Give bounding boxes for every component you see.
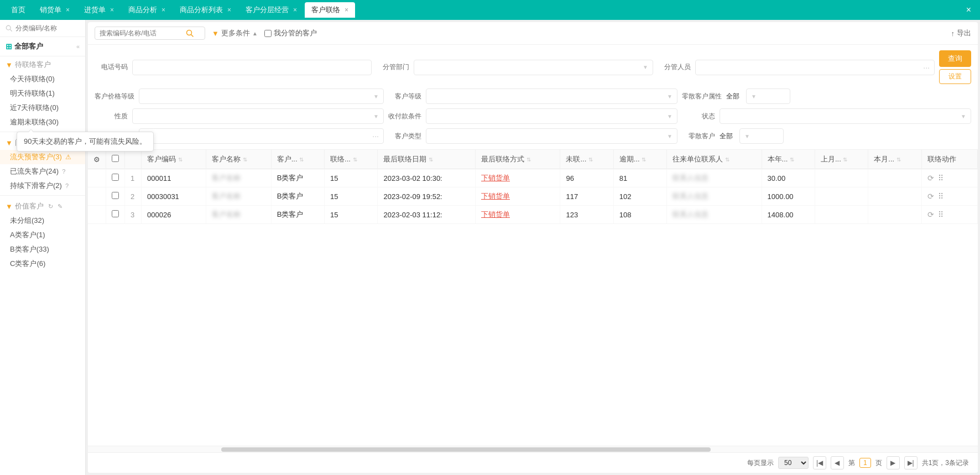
row-link-icon[interactable]: ⟳ [927,210,934,219]
column-contact[interactable]: 联络... ⇅ [325,150,378,169]
tab-customer-tier[interactable]: 客户分层经营 × [239,2,304,18]
export-button[interactable]: ↑ 导出 [951,28,972,38]
tab-analysis-close[interactable]: × [161,6,165,14]
value-edit-icon[interactable]: ✎ [58,203,62,210]
row-last-date: 2023-02-03 11:12: [378,206,476,224]
column-last-contact-method[interactable]: 最后联络方式 ⇅ [475,150,560,169]
row-unit-contact: 联系人信息 [667,169,762,187]
manager-dots[interactable]: ··· [923,63,930,72]
tab-customer-tier-close[interactable]: × [293,6,297,14]
column-this-year-label: 本年... [768,155,788,163]
retail-attr-select[interactable]: ▼ [746,88,790,104]
row-more-icon[interactable]: ⠿ [938,210,943,219]
column-type-label: 客户... [277,155,298,163]
sidebar-item-week[interactable]: 近7天待联络(0) [0,101,85,115]
last-page-btn[interactable]: ▶| [904,456,918,469]
row-code: 000026 [142,206,206,224]
tab-sales-close[interactable]: × [66,6,70,14]
column-name[interactable]: 客户名称 ⇅ [206,150,271,169]
row-unit-contact: 联系人信息 [667,187,762,206]
status-select[interactable]: ▼ [720,108,971,124]
filter-search-input[interactable] [100,29,183,37]
row-checkbox[interactable] [112,192,119,199]
row-more-icon[interactable]: ⠿ [938,192,943,201]
first-page-btn[interactable]: |◀ [813,456,826,469]
sidebar-item-today[interactable]: 今天待联络(0) [0,72,85,86]
tab-purchase[interactable]: 进货单 × [77,2,121,18]
sidebar-section-pending: ▼ 待联络客户 [0,56,85,72]
sidebar-item-unclassified[interactable]: 未分组(32) [0,213,85,228]
sidebar-item-tomorrow[interactable]: 明天待联络(1) [0,86,85,101]
per-page-select[interactable]: 50 100 200 [778,457,809,469]
region-select[interactable]: ··· [139,128,384,144]
tab-purchase-close[interactable]: × [110,6,114,14]
filter-search-icon[interactable] [186,29,194,37]
dept-select[interactable]: ▼ [414,60,653,75]
row-link-icon[interactable]: ⟳ [927,174,934,182]
horizontal-scrollbar[interactable] [88,446,978,452]
column-action: 联络动作 [921,150,977,169]
my-customers-checkbox[interactable] [264,30,272,37]
churned-question-icon: ? [62,168,65,175]
last-method-link[interactable]: 下销货单 [481,192,510,200]
tab-analysis[interactable]: 商品分析 × [122,2,172,18]
row-more-icon[interactable]: ⠿ [938,174,943,182]
column-overdue[interactable]: 逾期... ⇅ [613,150,666,169]
column-last-month-label: 上月... [821,155,841,163]
more-conditions-btn[interactable]: ▼ 更多条件 ▲ [212,28,258,38]
sidebar-item-class-b[interactable]: B类客户(33) [0,242,85,257]
column-unit-contact[interactable]: 往来单位联系人 ⇅ [667,150,762,169]
column-last-contact-date[interactable]: 最后联络日期 ⇅ [378,150,476,169]
tab-analysis-list-close[interactable]: × [227,6,231,14]
tab-home-label: 首页 [11,5,25,15]
row-link-icon[interactable]: ⟳ [927,192,934,201]
gear-icon[interactable]: ⚙ [93,155,100,164]
sidebar-item-declining[interactable]: 持续下滑客户(2) ? [0,179,85,193]
export-icon: ↑ [951,29,955,38]
prev-page-btn[interactable]: ◀ [831,456,844,469]
sidebar-item-churned[interactable]: 已流失客户(24) ? [0,164,85,179]
tab-analysis-list[interactable]: 商品分析列表 × [173,2,238,18]
column-type[interactable]: 客户... ⇅ [271,150,324,169]
sidebar-item-class-a[interactable]: A类客户(1) [0,228,85,242]
retail-customer-value: 全部 [720,132,733,141]
sidebar-item-overdue[interactable]: 逾期未联络(30) [0,115,85,129]
retail-customer-select[interactable]: ▼ [739,128,784,144]
tab-customer-link-close[interactable]: × [345,6,348,14]
sidebar-item-class-c[interactable]: C类客户(6) [0,257,85,271]
tab-customer-link[interactable]: 客户联络 × [305,2,355,18]
row-checkbox[interactable] [112,210,119,217]
manager-select[interactable]: ··· [695,60,935,75]
row-actions: ⟳ ⠿ [921,169,977,187]
gender-select[interactable]: ▼ [132,108,384,124]
query-button[interactable]: 查询 [939,50,971,67]
column-gear[interactable]: ⚙ [88,150,106,169]
last-method-link[interactable]: 下销货单 [481,210,510,218]
tab-home[interactable]: 首页 [4,2,32,18]
phone-input[interactable] [132,60,372,75]
next-page-btn[interactable]: ▶ [887,456,900,469]
column-uncontacted[interactable]: 未联... ⇅ [560,150,613,169]
tab-sales[interactable]: 销货单 × [33,2,76,18]
sidebar-search-input[interactable] [15,24,80,32]
column-last-month[interactable]: 上月... ⇅ [815,150,868,169]
settings-button[interactable]: 设置 [939,69,971,84]
sidebar-item-churn-risk[interactable]: 流失预警客户(3) ⚠ [0,150,85,164]
last-method-link[interactable]: 下销货单 [481,174,510,182]
payment-select[interactable]: ▼ [426,108,677,124]
phone-field: 电话号码 [95,60,372,75]
column-this-month[interactable]: 本月... ⇅ [868,150,921,169]
region-dots[interactable]: ··· [372,132,379,140]
column-code[interactable]: 客户编码 ⇅ [142,150,206,169]
select-all-checkbox[interactable] [112,155,119,162]
column-this-year[interactable]: 本年... ⇅ [762,150,815,169]
all-customers-header[interactable]: ⊞ 全部客户 « [0,37,85,56]
customer-type-select[interactable]: ▼ [426,128,677,144]
price-tier-select[interactable]: ▼ [139,88,384,104]
row-this-year: 1000.00 [762,187,815,206]
my-customers-filter[interactable]: 我分管的客户 [264,28,317,38]
value-refresh-icon[interactable]: ↻ [48,203,53,210]
window-close-button[interactable]: × [962,5,976,15]
row-checkbox[interactable] [112,174,119,181]
customer-tier-select[interactable]: ▼ [426,88,677,104]
